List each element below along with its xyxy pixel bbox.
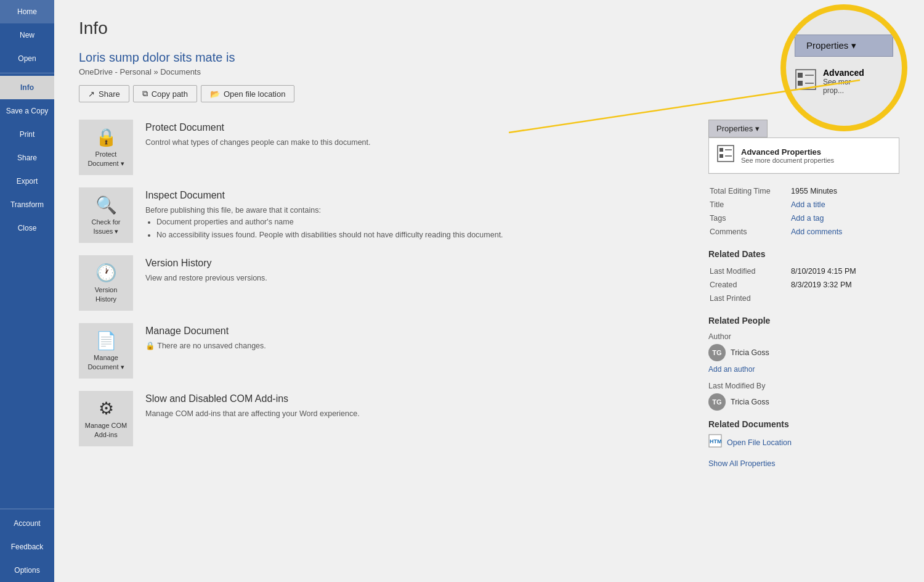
right-panel: Properties ▾ Advanced Properti: [690, 120, 899, 469]
last-printed-label: Last Printed: [710, 292, 790, 305]
protect-document-button[interactable]: 🔒 ProtectDocument ▾: [79, 120, 133, 175]
created-value: 8/3/2019 3:32 PM: [791, 279, 898, 291]
page-title: Info: [79, 18, 899, 38]
related-people-title: Related People: [708, 316, 899, 326]
protect-title: Protect Document: [145, 122, 371, 133]
open-file-location-row[interactable]: HTML Open File Location: [708, 434, 899, 451]
svg-rect-8: [798, 73, 803, 78]
copy-path-button[interactable]: ⧉ Copy path: [133, 85, 197, 102]
editing-time-label: Total Editing Time: [710, 185, 790, 197]
title-value[interactable]: Add a title: [791, 200, 825, 209]
sidebar-divider-1: [0, 73, 54, 73]
left-content: 🔒 ProtectDocument ▾ Protect Document Con…: [79, 120, 690, 469]
last-modified-label: Last Modified: [710, 265, 790, 277]
sidebar-item-account[interactable]: Account: [0, 512, 54, 535]
version-content: Version History View and restore previou…: [145, 255, 267, 284]
clock-icon: 🕐: [95, 263, 117, 283]
doc-icon: 📄: [95, 330, 117, 351]
svg-rect-2: [719, 154, 723, 158]
sidebar-item-new[interactable]: New: [0, 23, 54, 47]
folder-icon: 📂: [210, 89, 220, 99]
magnify-adv-sub: See morprop...: [823, 78, 864, 95]
svg-rect-1: [719, 148, 723, 152]
magnify-adv-label: Advanced: [823, 68, 864, 78]
tags-value[interactable]: Add a tag: [791, 214, 824, 223]
adv-props-sublabel: See more document properties: [741, 157, 834, 164]
comments-label: Comments: [710, 226, 790, 238]
comments-value[interactable]: Add comments: [791, 227, 842, 236]
manage-desc: 🔒 There are no unsaved changes.: [145, 340, 266, 352]
manage-document-button[interactable]: 📄 ManageDocument ▾: [79, 323, 133, 379]
add-author-link[interactable]: Add an author: [708, 365, 899, 374]
sidebar-item-transform[interactable]: Transform: [0, 193, 54, 216]
inspect-title: Inspect Document: [145, 190, 503, 201]
sidebar-item-print[interactable]: Print: [0, 123, 54, 146]
inspect-icon: 🔍: [95, 195, 117, 215]
magnify-props-label: Properties ▾: [806, 40, 856, 51]
sidebar-item-info[interactable]: Info: [0, 76, 54, 99]
inspect-bullet-1: Document properties and author's name: [156, 216, 503, 228]
manage-com-button[interactable]: ⚙ Manage COMAdd-ins: [79, 391, 133, 446]
share-button[interactable]: ↗ Share: [79, 85, 129, 102]
properties-label: Properties ▾: [716, 124, 760, 133]
main-content: Info Loris sump dolor sits mate is OneDr…: [54, 0, 924, 582]
svg-rect-0: [718, 146, 734, 162]
last-modified-by-label: Last Modified By: [708, 382, 765, 390]
sidebar-item-home[interactable]: Home: [0, 0, 54, 23]
protect-card: 🔒 ProtectDocument ▾ Protect Document Con…: [79, 120, 690, 175]
protect-label: ProtectDocument ▾: [87, 150, 124, 168]
sidebar-divider-2: [0, 509, 54, 509]
sidebar-item-share[interactable]: Share: [0, 146, 54, 170]
title-label: Title: [710, 199, 790, 211]
open-location-button[interactable]: 📂 Open file location: [201, 85, 294, 102]
show-all-properties-link[interactable]: Show All Properties: [708, 459, 775, 468]
magnify-inner: Properties ▾ Advanced See morprop...: [786, 28, 902, 107]
svg-rect-7: [796, 70, 816, 89]
magnify-properties-button[interactable]: Properties ▾: [795, 35, 893, 57]
sidebar-item-open[interactable]: Open: [0, 47, 54, 70]
sidebar-item-export[interactable]: Export: [0, 170, 54, 193]
copy-icon: ⧉: [142, 89, 148, 99]
manage-title: Manage Document: [145, 326, 266, 337]
sidebar-item-save-copy[interactable]: Save a Copy: [0, 99, 54, 123]
document-path: OneDrive - Personal » Documents: [79, 67, 899, 76]
com-content: Slow and Disabled COM Add-ins Manage COM…: [145, 391, 360, 420]
version-desc: View and restore previous versions.: [145, 273, 267, 284]
properties-table: Total Editing Time 1955 Minutes Title Ad…: [708, 184, 899, 239]
content-area: 🔒 ProtectDocument ▾ Protect Document Con…: [79, 120, 899, 469]
document-title: Loris sump dolor sits mate is: [79, 51, 899, 65]
version-history-button[interactable]: 🕐 VersionHistory: [79, 255, 133, 311]
sidebar-item-feedback[interactable]: Feedback: [0, 535, 54, 559]
related-docs-title: Related Documents: [708, 419, 899, 429]
sidebar-item-close[interactable]: Close: [0, 216, 54, 240]
author-name: Tricia Goss: [731, 348, 769, 357]
sidebar-item-options[interactable]: Options: [0, 559, 54, 582]
manage-content: Manage Document 🔒 There are no unsaved c…: [145, 323, 266, 352]
created-label: Created: [710, 279, 790, 291]
editing-time-value: 1955 Minutes: [791, 185, 898, 197]
properties-button[interactable]: Properties ▾: [708, 120, 768, 137]
sidebar-bottom: Account Feedback Options: [0, 506, 54, 582]
sidebar: Home New Open Info Save a Copy Print Sha…: [0, 0, 54, 582]
advanced-properties-item[interactable]: Advanced Properties See more document pr…: [709, 138, 899, 173]
lock-icon: 🔒: [95, 127, 117, 147]
dates-table: Last Modified 8/10/2019 4:15 PM Created …: [708, 264, 899, 306]
check-issues-button[interactable]: 🔍 Check forIssues ▾: [79, 187, 133, 243]
inspect-label: Check forIssues ▾: [91, 218, 120, 236]
magnify-adv-item: Advanced See morprop...: [795, 62, 893, 101]
protect-desc: Control what types of changes people can…: [145, 137, 371, 149]
share-icon: ↗: [88, 89, 95, 99]
com-desc: Manage COM add-ins that are affecting yo…: [145, 408, 360, 420]
svg-rect-9: [798, 81, 803, 86]
magnify-overlay: Properties ▾ Advanced See morprop...: [782, 6, 906, 129]
inspect-desc: Before publishing this file, be aware th…: [145, 205, 503, 240]
modifier-row: TG Tricia Goss: [708, 393, 899, 411]
magnify-adv-icon: [795, 68, 817, 95]
inspect-content: Inspect Document Before publishing this …: [145, 187, 503, 242]
manage-card: 📄 ManageDocument ▾ Manage Document 🔒 The…: [79, 323, 690, 379]
related-dates-title: Related Dates: [708, 249, 899, 259]
com-card: ⚙ Manage COMAdd-ins Slow and Disabled CO…: [79, 391, 690, 446]
last-printed-value: [791, 292, 898, 305]
open-file-location-link[interactable]: Open File Location: [727, 438, 792, 447]
modifier-avatar: TG: [708, 393, 726, 411]
